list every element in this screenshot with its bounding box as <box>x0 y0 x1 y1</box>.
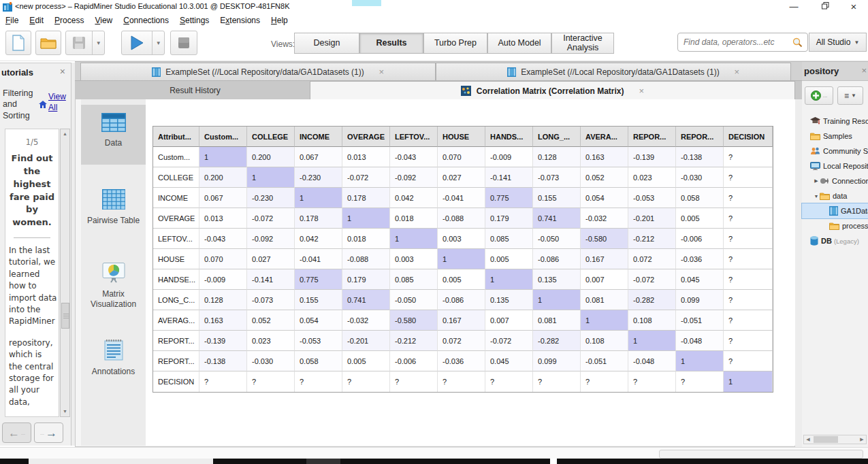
matrix-cell[interactable]: 0.018 <box>390 208 438 229</box>
matrix-cell[interactable]: 0.005 <box>342 351 390 371</box>
column-header[interactable]: LONG_... <box>533 127 581 147</box>
tree-item-training-resou-[interactable]: Training Resou... <box>802 114 868 129</box>
menu-item-help[interactable]: Help <box>266 14 293 27</box>
tree-item-ga1data-[interactable]: GA1Data... <box>802 203 868 218</box>
column-header[interactable]: COLLEGE <box>247 127 295 147</box>
matrix-cell[interactable]: 0.023 <box>628 167 676 188</box>
matrix-cell[interactable]: ? <box>295 371 342 392</box>
matrix-cell[interactable]: ? <box>342 371 390 392</box>
matrix-cell[interactable]: 0.070 <box>199 249 247 269</box>
matrix-cell[interactable]: 0.099 <box>676 290 724 310</box>
matrix-cell[interactable]: 0.003 <box>438 229 485 249</box>
menu-item-file[interactable]: File <box>0 14 24 27</box>
matrix-cell[interactable]: 1 <box>295 188 342 208</box>
matrix-cell[interactable]: 0.179 <box>485 208 533 229</box>
tab-correlation-matrix[interactable]: Correlation Matrix (Correlation Matrix) … <box>310 81 795 100</box>
matrix-cell[interactable]: 0.128 <box>199 290 247 310</box>
matrix-cell[interactable]: -0.086 <box>438 290 485 310</box>
matrix-cell[interactable]: 0.775 <box>295 269 342 290</box>
panel-splitter[interactable] <box>71 63 75 446</box>
scrollbar-thumb[interactable] <box>814 436 838 443</box>
matrix-cell[interactable]: 1 <box>724 371 773 392</box>
row-label[interactable]: INCOME <box>153 188 199 208</box>
matrix-cell[interactable]: -0.043 <box>390 147 438 167</box>
matrix-cell[interactable]: -0.230 <box>247 188 295 208</box>
close-icon[interactable]: × <box>861 65 867 76</box>
repository-hscrollbar[interactable]: ◀ ▶ <box>803 435 867 444</box>
view-button-results[interactable]: Results <box>359 33 423 54</box>
matrix-cell[interactable]: 0.085 <box>390 269 438 290</box>
menu-item-settings[interactable]: Settings <box>174 14 214 27</box>
menu-item-connections[interactable]: Connections <box>118 14 174 27</box>
tree-item-connections[interactable]: ▶Connections <box>802 173 868 188</box>
column-header[interactable]: Custom... <box>199 127 247 147</box>
matrix-cell[interactable]: -0.092 <box>390 167 438 188</box>
column-header[interactable]: LEFTOV... <box>390 127 438 147</box>
matrix-cell[interactable]: 0.072 <box>438 331 485 351</box>
matrix-cell[interactable]: 0.005 <box>676 208 724 229</box>
matrix-cell[interactable]: -0.138 <box>199 351 247 371</box>
matrix-cell[interactable]: -0.580 <box>390 310 438 331</box>
column-header[interactable]: HANDS... <box>485 127 533 147</box>
matrix-cell[interactable]: 0.099 <box>533 351 581 371</box>
row-label[interactable]: LEFTOV... <box>153 229 199 249</box>
matrix-cell[interactable]: -0.282 <box>628 290 676 310</box>
search-scope-dropdown[interactable]: All Studio ▼ <box>809 33 867 52</box>
row-label[interactable]: REPORT... <box>153 331 199 351</box>
matrix-cell[interactable]: 0.741 <box>533 208 581 229</box>
matrix-cell[interactable]: -0.088 <box>342 249 390 269</box>
matrix-cell[interactable]: ? <box>533 371 581 392</box>
tree-item-data[interactable]: ▼data <box>802 188 868 203</box>
matrix-cell[interactable]: -0.051 <box>581 351 628 371</box>
matrix-cell[interactable]: 0.013 <box>342 147 390 167</box>
matrix-cell[interactable]: -0.072 <box>247 208 295 229</box>
tree-item-local-reposito-[interactable]: Local Reposito... <box>802 159 868 173</box>
restore-button[interactable] <box>814 0 837 14</box>
matrix-cell[interactable]: -0.032 <box>342 310 390 331</box>
matrix-cell[interactable]: 0.042 <box>390 188 438 208</box>
matrix-cell[interactable]: -0.139 <box>628 147 676 167</box>
matrix-cell[interactable]: ? <box>485 371 533 392</box>
matrix-cell[interactable]: -0.092 <box>247 229 295 249</box>
sidebar-item-pairwise-table[interactable]: Pairwise Table <box>81 181 146 244</box>
matrix-cell[interactable]: -0.032 <box>581 208 628 229</box>
matrix-cell[interactable]: 1 <box>485 269 533 290</box>
matrix-cell[interactable]: ? <box>724 351 773 371</box>
matrix-cell[interactable]: -0.050 <box>390 290 438 310</box>
matrix-cell[interactable]: 0.163 <box>581 147 628 167</box>
column-header[interactable]: REPOR... <box>676 127 724 147</box>
column-header[interactable]: HOUSE <box>438 127 485 147</box>
matrix-cell[interactable]: ? <box>199 371 247 392</box>
open-process-button[interactable] <box>35 31 61 55</box>
matrix-cell[interactable]: 0.085 <box>485 229 533 249</box>
matrix-cell[interactable]: ? <box>390 371 438 392</box>
close-button[interactable]: × <box>842 0 865 14</box>
matrix-cell[interactable]: -0.088 <box>438 208 485 229</box>
matrix-cell[interactable]: 0.108 <box>628 310 676 331</box>
matrix-cell[interactable]: 0.135 <box>533 269 581 290</box>
menu-item-edit[interactable]: Edit <box>24 14 49 27</box>
matrix-cell[interactable]: 0.005 <box>438 269 485 290</box>
save-icon[interactable] <box>66 31 92 54</box>
matrix-cell[interactable]: 0.023 <box>247 331 295 351</box>
matrix-cell[interactable]: -0.048 <box>676 331 724 351</box>
matrix-cell[interactable]: 0.052 <box>581 167 628 188</box>
column-header[interactable]: REPOR... <box>628 127 676 147</box>
matrix-cell[interactable]: 0.045 <box>676 269 724 290</box>
matrix-cell[interactable]: -0.051 <box>676 310 724 331</box>
matrix-cell[interactable]: 0.058 <box>676 188 724 208</box>
matrix-cell[interactable]: 0.005 <box>485 249 533 269</box>
matrix-cell[interactable]: ? <box>724 310 773 331</box>
row-label[interactable]: Custom... <box>153 147 199 167</box>
matrix-cell[interactable]: 0.741 <box>342 290 390 310</box>
matrix-cell[interactable]: -0.072 <box>342 167 390 188</box>
menu-item-extensions[interactable]: Extensions <box>214 14 266 27</box>
matrix-cell[interactable]: 0.007 <box>485 310 533 331</box>
matrix-cell[interactable]: 0.067 <box>295 147 342 167</box>
matrix-cell[interactable]: 0.200 <box>199 167 247 188</box>
matrix-cell[interactable]: -0.580 <box>581 229 628 249</box>
matrix-cell[interactable]: -0.036 <box>438 351 485 371</box>
row-label[interactable]: HANDSE... <box>153 269 199 290</box>
matrix-cell[interactable]: 0.178 <box>342 188 390 208</box>
chevron-expanded-icon[interactable]: ▼ <box>813 194 820 199</box>
